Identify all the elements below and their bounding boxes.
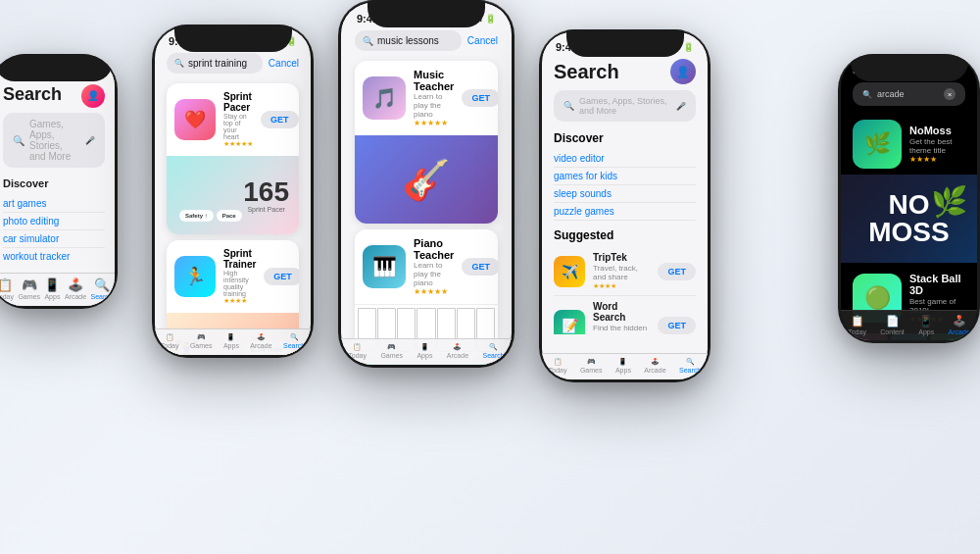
status-icons: ▪▪▪ wifi 🔋 <box>62 66 103 76</box>
status-icons: ▪▪▪ wifi 🔋 <box>256 36 297 46</box>
app-info: Piano Teacher Learn to play the piano ★★… <box>414 237 454 296</box>
discover-item[interactable]: workout tracker <box>3 248 105 265</box>
app-name: Piano Teacher <box>414 237 454 261</box>
discover-item[interactable]: video editor <box>554 150 696 168</box>
today-icon: 📋 <box>0 277 13 292</box>
search-tab-icon: 🔍 <box>686 358 695 366</box>
tab-apps[interactable]: 📱Apps <box>223 333 239 349</box>
tab-search[interactable]: 🔍Search <box>283 333 305 349</box>
cancel-button[interactable]: Cancel <box>467 35 498 46</box>
app-info: Sprint Trainer High intensity quality tr… <box>223 248 256 305</box>
get-button[interactable]: GET <box>658 263 696 280</box>
get-button[interactable]: GET <box>261 111 299 128</box>
search-tab-icon: 🔍 <box>94 277 110 292</box>
tab-games[interactable]: 🎮Games <box>18 277 40 300</box>
tab-today[interactable]: 📋Today <box>0 277 14 300</box>
status-time: 9:41 <box>556 41 577 53</box>
music-hero: 🎸 <box>355 135 498 224</box>
stat-badges: Safety ↑ Pace <box>172 202 250 229</box>
search-placeholder: Games, Apps, Stories, and More <box>29 119 80 162</box>
nomoss-icon: 🌿 <box>853 120 902 169</box>
search-bar[interactable]: 🔍 Games, Apps, Stories, and More 🎤 <box>3 113 105 168</box>
phone-left: 9:41 ▪▪▪ wifi 🔋 Search 👤 🔍 Games, Apps, … <box>0 54 118 309</box>
get-button[interactable]: GET <box>658 317 696 334</box>
app-info: NoMoss Get the best theme title ★★★★ <box>909 125 965 164</box>
tab-search[interactable]: 🔍Search <box>91 277 113 300</box>
games-icon: 🎮 <box>387 343 396 351</box>
phone-center-left: 9:41 ▪▪▪ wifi 🔋 🔍 sprint training Cancel… <box>152 25 314 358</box>
signal-icon: ▪▪▪ <box>256 36 266 46</box>
discover-label: Discover <box>3 177 105 189</box>
app-stars: ★★★★ <box>223 297 256 305</box>
clear-icon: × <box>944 88 956 100</box>
search-icon: 🔍 <box>174 59 184 68</box>
tab-arcade[interactable]: 🕹️Arcade <box>250 333 271 349</box>
tab-apps[interactable]: 📱Apps <box>615 358 631 374</box>
games-icon: 🎮 <box>197 333 206 341</box>
battery-icon: 🔋 <box>485 14 496 24</box>
phone-center: 9:41 ▪▪▪ wifi 🔋 🔍 music lessons Cancel 🎵 <box>338 0 514 368</box>
profile-icon[interactable]: 👤 <box>81 84 105 108</box>
app-info: Sprint Pacer Stay on top of your heart ★… <box>223 91 253 148</box>
tab-games[interactable]: 🎮Games <box>580 358 603 374</box>
stat-badge: Pace <box>217 210 242 222</box>
get-button[interactable]: GET <box>462 258 498 276</box>
app-name: Sprint Trainer <box>223 248 256 270</box>
status-icons: ▪▪▪ wifi 🔋 <box>653 42 694 52</box>
cancel-button[interactable]: Cancel <box>269 58 299 69</box>
discover-item[interactable]: puzzle games <box>554 203 696 221</box>
tab-games[interactable]: 🎮Games <box>380 343 403 359</box>
tab-today[interactable]: 📋Today <box>161 333 179 349</box>
profile-icon[interactable]: 👤 <box>670 59 696 84</box>
battery-icon: 🔋 <box>683 42 694 52</box>
search-bar[interactable]: 🔍 arcade × <box>853 82 965 106</box>
app-icon-triptek: ✈️ <box>554 256 585 287</box>
app-name: Music Teacher <box>414 69 454 92</box>
tab-search[interactable]: 🔍Search <box>679 358 701 374</box>
discover-label: Discover <box>554 131 696 145</box>
discover-item[interactable]: art games <box>3 195 105 213</box>
discover-item[interactable]: car simulator <box>3 230 105 248</box>
get-button[interactable]: GET <box>264 268 299 285</box>
search-title: Search <box>3 84 62 105</box>
discover-item[interactable]: games for kids <box>554 168 696 185</box>
games-icon: 🎮 <box>22 277 37 292</box>
nomoss-banner: NOMOSS 🌿 <box>841 175 977 263</box>
app-info: Word Search Find the hidden words ★★★★ <box>593 301 650 334</box>
tab-games[interactable]: 🎮Games <box>190 333 213 349</box>
wifi-icon: wifi <box>665 42 680 52</box>
tab-bar: 📋Today 🎮Games 📱Apps 🕹️Arcade 🔍Search <box>155 328 311 355</box>
discover-item[interactable]: photo editing <box>3 213 105 230</box>
mic-icon: 🎤 <box>85 136 95 145</box>
search-placeholder: Games, Apps, Stories, and More <box>579 96 671 116</box>
tab-apps[interactable]: 📱Apps <box>416 343 432 359</box>
tab-apps[interactable]: 📱Apps <box>918 315 934 335</box>
app-desc: Learn to play the piano <box>414 261 454 287</box>
search-icon: 🔍 <box>862 90 872 99</box>
tab-search[interactable]: 🔍Search <box>483 343 505 359</box>
search-query: arcade <box>877 89 939 99</box>
apps-icon: 📱 <box>44 277 60 292</box>
tab-arcade[interactable]: 🕹️Arcade <box>644 358 665 374</box>
tab-content[interactable]: 📄Content <box>880 315 905 335</box>
status-time: 9:41 <box>5 65 26 76</box>
tab-arcade[interactable]: 🕹️Arcade <box>65 277 86 300</box>
piano-teacher-icon: 🎹 <box>363 245 406 288</box>
search-input[interactable]: 🔍 music lessons <box>355 30 462 51</box>
tab-bar: 📋Today 📄Content 📱Apps 🕹️Arcade <box>841 310 977 340</box>
search-input[interactable]: 🔍 sprint training <box>167 53 263 74</box>
status-icons: ▪▪▪ wifi 🔋 <box>455 14 496 24</box>
tab-arcade[interactable]: 🕹️Arcade <box>447 343 468 359</box>
get-button[interactable]: GET <box>462 89 498 107</box>
app-name: Sprint Pacer <box>223 91 253 113</box>
discover-item[interactable]: sleep sounds <box>554 185 696 203</box>
tab-bar: 📋Today 🎮Games 📱Apps 🕹️Arcade 🔍Search <box>341 338 512 365</box>
tab-arcade[interactable]: 🕹️Arcade <box>949 315 970 335</box>
search-bar[interactable]: 🔍 Games, Apps, Stories, and More 🎤 <box>554 90 696 122</box>
tab-today[interactable]: 📋Today <box>848 315 866 335</box>
tab-today[interactable]: 📋Today <box>348 343 367 359</box>
tab-apps[interactable]: 📱Apps <box>44 277 60 300</box>
wifi-icon: wifi <box>467 14 482 24</box>
search-icon: 🔍 <box>13 135 24 146</box>
tab-today[interactable]: 📋Today <box>549 358 567 374</box>
